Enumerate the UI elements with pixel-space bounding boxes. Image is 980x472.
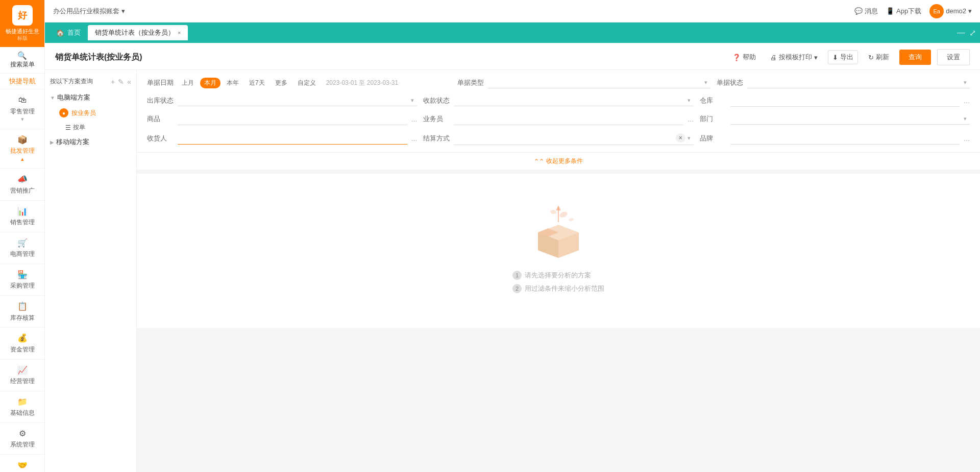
- date-tab-this-month[interactable]: 本月: [200, 78, 220, 88]
- brand-field: 品牌 ...: [700, 132, 970, 145]
- doc-status-field: 单据状态 ▾: [717, 77, 970, 88]
- tabbar-actions: — ⤢: [957, 28, 976, 38]
- out-status-label: 出库状态: [147, 96, 174, 105]
- filter-form: 单据日期 上月 本月 本年 近7天 更多 自定义 2023-03-01 至 20…: [137, 70, 980, 153]
- minimize-tab-icon[interactable]: —: [957, 28, 965, 38]
- tabbar: 🏠 首页 销货单统计表（按业务员） × — ⤢: [45, 22, 980, 43]
- empty-hint-2: 2 用过滤条件来缩小分析范围: [512, 284, 604, 293]
- collapse-bar[interactable]: ⌃⌃ 收起更多条件: [137, 153, 980, 170]
- help-button[interactable]: ❓ 帮助: [728, 51, 760, 64]
- download-icon: 📱: [886, 7, 894, 15]
- industry-selector[interactable]: 办公用品行业模拟账套 ▾: [53, 7, 125, 16]
- warehouse-label: 仓库: [700, 96, 726, 105]
- salesperson-dots-icon[interactable]: ...: [688, 115, 694, 123]
- date-tab-7days[interactable]: 近7天: [245, 78, 269, 88]
- logo-subtitle: 标版: [17, 35, 28, 42]
- settings-button[interactable]: 设置: [937, 49, 970, 65]
- doc-type-field: 单据类型 ▾: [457, 77, 710, 88]
- logo-icon: 好: [12, 5, 33, 26]
- maximize-tab-icon[interactable]: ⤢: [969, 28, 976, 38]
- scheme-panel-header: 按以下方案查询 + ✎ «: [45, 75, 136, 90]
- consignee-field: 收货人 ...: [147, 132, 417, 145]
- print-button[interactable]: 🖨 按模板打印 ▾: [766, 51, 822, 64]
- ecommerce-icon: 🛒: [2, 238, 42, 249]
- payment-status-select[interactable]: ▾: [454, 95, 693, 106]
- app-download-button[interactable]: 📱 App下载: [886, 7, 921, 16]
- sidebar-item-finance[interactable]: 💰 资金管理: [0, 327, 44, 359]
- sidebar-item-system[interactable]: ⚙ 系统管理: [0, 423, 44, 455]
- mobile-arrow-icon: ▶: [50, 139, 54, 145]
- doc-status-select[interactable]: ▾: [747, 77, 970, 88]
- scheme-edit-icon[interactable]: ✎: [118, 78, 124, 86]
- payment-method-select[interactable]: × ▾: [454, 131, 693, 145]
- out-status-field: 出库状态 ▾: [147, 95, 417, 106]
- goods-field: 商品 ...: [147, 113, 417, 125]
- salesperson-input[interactable]: [454, 113, 683, 125]
- sidebar-item-marketing[interactable]: 📣 营销推广: [0, 169, 44, 200]
- hint-2-num: 2: [512, 284, 522, 293]
- dept-select[interactable]: ▾: [730, 113, 970, 125]
- sidebar-item-basic[interactable]: 📁 基础信息: [0, 391, 44, 423]
- consignee-input[interactable]: [178, 132, 407, 145]
- export-icon: ⬇: [832, 54, 838, 61]
- scheme-desktop-section[interactable]: ▼ 电脑端方案: [45, 90, 136, 105]
- refresh-button[interactable]: ↻ 刷新: [864, 51, 893, 64]
- brand-input[interactable]: [730, 132, 960, 145]
- out-status-select[interactable]: ▾: [178, 95, 417, 106]
- collapse-up-icon: ⌃⌃: [534, 158, 544, 165]
- payment-status-arrow-icon: ▾: [688, 97, 691, 104]
- payment-method-clear-tag[interactable]: ×: [676, 133, 685, 143]
- scheme-item-salesperson[interactable]: ● 按业务员: [45, 105, 136, 121]
- messages-button[interactable]: 💬 消息: [854, 7, 878, 16]
- sidebar: 好 畅捷通好生意 标版 🔍 搜索菜单 快捷导航 🛍 零售管理 ▾ 📦 批发管理 …: [0, 0, 45, 472]
- query-button[interactable]: 查询: [899, 50, 931, 65]
- warehouse-dots-icon[interactable]: ...: [964, 97, 970, 105]
- date-tab-this-year[interactable]: 本年: [223, 78, 243, 88]
- quick-nav[interactable]: 快捷导航: [0, 74, 44, 89]
- consignee-dots-icon[interactable]: ...: [411, 134, 418, 143]
- sidebar-item-operations[interactable]: 📈 经营管理: [0, 360, 44, 391]
- system-icon: ⚙: [2, 428, 42, 439]
- scheme-collapse-icon[interactable]: «: [127, 78, 131, 86]
- goods-input[interactable]: [178, 113, 407, 125]
- basic-icon: 📁: [2, 396, 42, 408]
- brand-dots-icon[interactable]: ...: [964, 134, 970, 143]
- sidebar-item-enterprise[interactable]: 🤝 企业协同: [0, 455, 44, 472]
- warehouse-input[interactable]: [730, 95, 960, 107]
- date-tab-more[interactable]: 更多: [271, 78, 291, 88]
- sidebar-item-retail[interactable]: 🛍 零售管理 ▾: [0, 89, 44, 129]
- consignee-label: 收货人: [147, 134, 174, 143]
- payment-status-label: 收款状态: [423, 96, 450, 105]
- date-tab-last-month[interactable]: 上月: [178, 78, 198, 88]
- doc-type-label: 单据类型: [457, 78, 484, 87]
- date-tab-custom[interactable]: 自定义: [293, 78, 320, 88]
- doc-status-label: 单据状态: [717, 78, 743, 87]
- payment-method-field: 结算方式 × ▾: [423, 131, 693, 145]
- avatar: Ea: [929, 4, 944, 18]
- user-menu[interactable]: Ea demo2 ▾: [929, 4, 972, 18]
- scheme-add-icon[interactable]: +: [111, 78, 115, 86]
- scheme-sub-item-order[interactable]: ☰ 按单: [45, 121, 136, 134]
- goods-dots-icon[interactable]: ...: [411, 115, 418, 123]
- topbar-left: 办公用品行业模拟账套 ▾: [53, 7, 125, 16]
- sidebar-item-inventory[interactable]: 📋 库存核算: [0, 296, 44, 327]
- sidebar-item-purchase[interactable]: 🏪 采购管理: [0, 264, 44, 296]
- warehouse-field: 仓库 ...: [700, 95, 970, 107]
- sidebar-item-wholesale[interactable]: 📦 批发管理 ▴: [0, 129, 44, 169]
- scheme-mobile-section[interactable]: ▶ 移动端方案: [45, 134, 136, 150]
- empty-icon-area: [528, 204, 589, 261]
- page: 销货单统计表(按业务员) ❓ 帮助 🖨 按模板打印 ▾ ⬇ 导出: [45, 43, 980, 472]
- payment-status-field: 收款状态 ▾: [423, 95, 693, 106]
- export-button[interactable]: ⬇ 导出: [828, 50, 858, 64]
- date-field: 单据日期 上月 本月 本年 近7天 更多 自定义 2023-03-01 至 20…: [147, 78, 451, 88]
- logo-area[interactable]: 好 畅捷通好生意 标版: [0, 0, 44, 47]
- tab-close-icon[interactable]: ×: [178, 30, 181, 36]
- sidebar-item-sales[interactable]: 📊 销售管理: [0, 201, 44, 232]
- content-body: 按以下方案查询 + ✎ « ▼ 电脑端方案 ● 按业务员: [45, 70, 980, 472]
- doc-type-select[interactable]: ▾: [488, 77, 710, 88]
- sidebar-item-ecommerce[interactable]: 🛒 电商管理: [0, 232, 44, 264]
- tab-home[interactable]: 🏠 首页: [49, 25, 88, 40]
- search-menu[interactable]: 🔍 搜索菜单: [0, 47, 44, 74]
- tab-report[interactable]: 销货单统计表（按业务员） ×: [88, 25, 188, 40]
- empty-state: 1 请先选择要分析的方案 2 用过滤条件来缩小分析范围: [137, 174, 980, 328]
